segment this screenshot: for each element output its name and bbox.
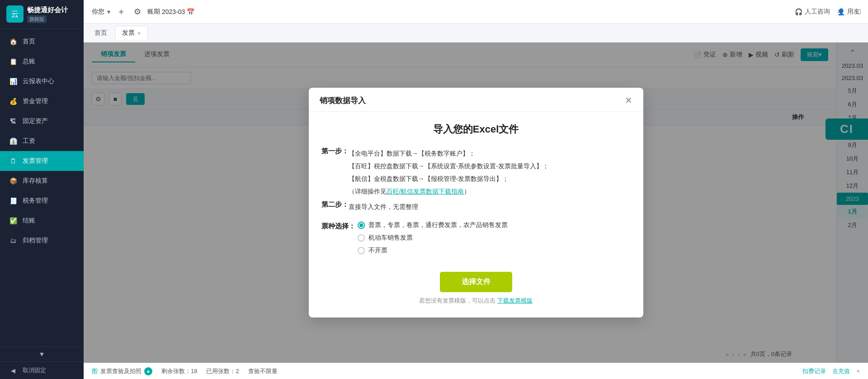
- sidebar-item-assets[interactable]: 🏗 固定资产: [0, 111, 84, 131]
- remaining-count: 剩余张数：18: [161, 367, 197, 375]
- unpin-icon: ◀: [8, 365, 18, 375]
- ticket-label: 票种选择：: [321, 221, 358, 259]
- sidebar-item-finance[interactable]: 💰 资金管理: [0, 91, 84, 111]
- step2-label: 第二步：: [321, 200, 349, 213]
- modal-footer-hint: 若您没有发票模版，可以点击 下载发票模版: [321, 297, 631, 305]
- invoice-icon: 🗒: [8, 156, 18, 166]
- sidebar-item-inventory[interactable]: 📦 库存核算: [0, 171, 84, 191]
- logo-icon: 云: [6, 5, 24, 23]
- main-area: 你您 ▾ ＋ ⚙ 账期 2023-03 📅 🎧 人工咨询 👤 用友: [84, 0, 868, 379]
- radio-option-3[interactable]: 不开票: [358, 246, 631, 255]
- logo-sub: 旗舰版: [27, 15, 47, 23]
- sidebar-item-invoice[interactable]: 🗒 发票管理: [0, 151, 84, 171]
- support-label: 人工咨询: [805, 8, 830, 16]
- support-button[interactable]: 🎧 人工咨询: [795, 8, 830, 16]
- add-tab-button[interactable]: ＋: [117, 5, 126, 18]
- inventory-icon: 📦: [8, 176, 18, 186]
- topbar: 你您 ▾ ＋ ⚙ 账期 2023-03 📅 🎧 人工咨询 👤 用友: [84, 0, 868, 24]
- window-close-btn[interactable]: ×: [830, 2, 849, 21]
- period-display: 账期 2023-03 📅: [147, 8, 194, 16]
- radio-btn-1[interactable]: [358, 222, 365, 229]
- bottom-bar-left: 图 发票查验及拍照 ●: [92, 367, 152, 375]
- tab-home[interactable]: 首页: [88, 26, 113, 40]
- sidebar-item-assets-label: 固定资产: [23, 117, 48, 125]
- modal-overlay: 销项数据导入 ✕ 导入您的Excel文件 第一步： 【全电平台】数据下载→【税务…: [84, 43, 868, 363]
- modal-header: 销项数据导入 ✕: [309, 88, 643, 112]
- radio-label-1: 普票，专票，卷票，通行费发票，农产品销售发票: [368, 221, 508, 229]
- ticket-options: 普票，专票，卷票，通行费发票，农产品销售发票 ×: [358, 221, 631, 259]
- logo-text: 畅捷通好会计: [27, 5, 68, 14]
- sidebar-item-ledger[interactable]: 📋 总账: [0, 52, 84, 71]
- window-maximize-btn[interactable]: □: [849, 2, 868, 21]
- archive-icon: 🗂: [8, 236, 18, 246]
- sidebar-item-reports[interactable]: 📊 云报表中心: [0, 71, 84, 91]
- sidebar-item-reports-label: 云报表中心: [23, 77, 54, 85]
- company-dropdown-icon: ▾: [107, 8, 110, 15]
- topup-link[interactable]: 去充值: [832, 367, 850, 375]
- calendar-icon[interactable]: 📅: [187, 8, 194, 15]
- radio-btn-2[interactable]: [358, 234, 365, 242]
- sidebar-item-invoice-label: 发票管理: [23, 157, 48, 165]
- salary-icon: 👔: [8, 136, 18, 146]
- verify-badge: ●: [144, 367, 152, 375]
- sidebar-item-tax-label: 税务管理: [23, 197, 48, 205]
- settings-button[interactable]: ⚙: [134, 7, 141, 17]
- tab-home-label: 首页: [94, 29, 107, 37]
- sidebar-item-salary[interactable]: 👔 工资: [0, 131, 84, 151]
- company-name: 你您: [92, 8, 104, 16]
- sidebar-item-archive[interactable]: 🗂 归档管理: [0, 231, 84, 251]
- step2-content: 直接导入文件，无需整理: [349, 200, 631, 213]
- tax-icon: 🧾: [8, 196, 18, 206]
- company-selector[interactable]: 你您 ▾: [92, 8, 110, 16]
- step1-content: 【全电平台】数据下载→【税务数字账户】； 【百旺】税控盘数据下载→【系统设置-系…: [349, 147, 631, 198]
- step1-line1: 【全电平台】数据下载→【税务数字账户】；: [349, 147, 631, 160]
- checkout-icon: ✅: [8, 216, 18, 226]
- sidebar-item-checkout[interactable]: ✅ 结账: [0, 211, 84, 231]
- tab-bar: 首页 发票 ×: [84, 24, 868, 43]
- radio-option-1-wrapper: 普票，专票，卷票，通行费发票，农产品销售发票 ×: [358, 221, 631, 234]
- sidebar-item-checkout-label: 结账: [23, 217, 35, 225]
- sidebar-item-inventory-label: 库存核算: [23, 177, 48, 185]
- bottom-bar: 图 发票查验及拍照 ● 剩余张数：18 已用张数：2 查验不限量 扣费记录 去充…: [84, 363, 868, 379]
- period-value: 2023-03: [162, 8, 185, 15]
- ticket-selection-row: 票种选择： 普票，专票，卷票，通行费发票，农产品销售发票: [321, 221, 631, 259]
- assets-icon: 🏗: [8, 116, 18, 126]
- modal-title: 销项数据导入: [320, 95, 366, 106]
- bottom-bar-close[interactable]: ×: [856, 368, 860, 374]
- modal-close-button[interactable]: ✕: [625, 95, 632, 106]
- select-file-button[interactable]: 选择文件: [440, 272, 512, 292]
- invoice-verify-icon: 图: [92, 367, 98, 375]
- step1-hint-text: （详细操作见: [349, 188, 387, 195]
- step1-label: 第一步：: [321, 147, 349, 198]
- step1-hint: （详细操作见百旺/航信发票数据下载指南）: [349, 185, 631, 198]
- headset-icon: 🎧: [795, 8, 802, 15]
- modal-main-title: 导入您的Excel文件: [321, 123, 631, 136]
- check-unlimited: 查验不限量: [248, 367, 278, 375]
- modal-body: 导入您的Excel文件 第一步： 【全电平台】数据下载→【税务数字账户】； 【百…: [309, 112, 643, 317]
- sidebar-item-tax[interactable]: 🧾 税务管理: [0, 191, 84, 211]
- step1-row: 第一步： 【全电平台】数据下载→【税务数字账户】； 【百旺】税控盘数据下载→【系…: [321, 147, 631, 198]
- step1-hint2: ）: [464, 188, 470, 195]
- tab-invoice-close[interactable]: ×: [137, 30, 141, 37]
- sidebar-item-home[interactable]: 🏠 首页: [0, 32, 84, 52]
- tab-invoice-label: 发票: [122, 29, 135, 37]
- radio-option-1[interactable]: 普票，专票，卷票，通行费发票，农产品销售发票: [358, 221, 508, 229]
- radio-label-2: 机动车销售发票: [368, 234, 413, 242]
- content-area: 销项发票 进项发票 📄 凭证 ⊕ 新增: [84, 43, 868, 363]
- radio-option-2[interactable]: 机动车销售发票: [358, 234, 631, 242]
- period-label: 账期: [147, 8, 160, 16]
- recharge-record-link[interactable]: 扣费记录: [802, 367, 826, 375]
- finance-icon: 💰: [8, 96, 18, 106]
- radio-label-3: 不开票: [368, 246, 387, 255]
- sidebar-logo: 云 畅捷通好会计 旗舰版: [0, 0, 84, 29]
- step1-link[interactable]: 百旺/航信发票数据下载指南: [387, 188, 464, 195]
- radio-btn-3[interactable]: [358, 247, 365, 254]
- tab-invoice[interactable]: 发票 ×: [115, 26, 148, 40]
- download-template-link[interactable]: 下载发票模版: [497, 297, 533, 304]
- sidebar-scroll-down[interactable]: ▼: [0, 346, 84, 361]
- ledger-icon: 📋: [8, 57, 18, 66]
- import-modal: 销项数据导入 ✕ 导入您的Excel文件 第一步： 【全电平台】数据下载→【税务…: [309, 88, 643, 317]
- sidebar-unpin-button[interactable]: ◀ 取消固定: [0, 361, 84, 379]
- sidebar: 云 畅捷通好会计 旗舰版 🏠 首页 📋 总账 📊 云报表中心 💰 资金管: [0, 0, 84, 379]
- sidebar-item-home-label: 首页: [23, 38, 35, 46]
